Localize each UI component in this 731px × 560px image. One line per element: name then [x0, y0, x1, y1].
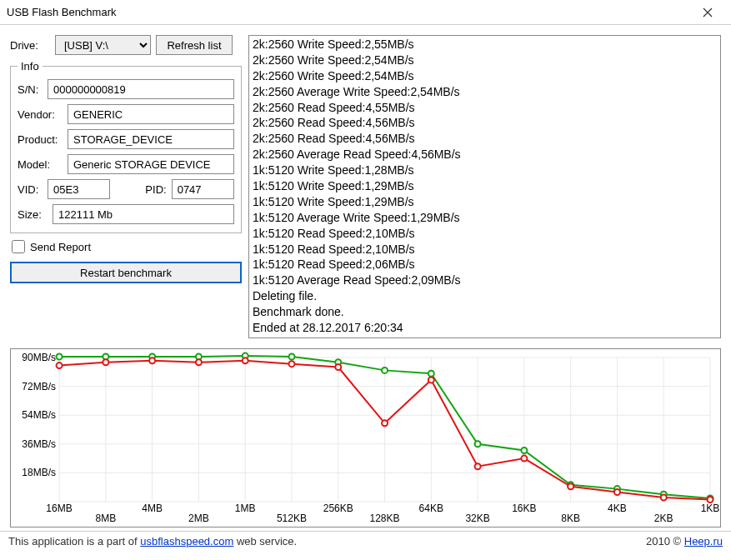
svg-point-48	[382, 368, 388, 373]
svg-text:36MB/s: 36MB/s	[22, 438, 56, 450]
svg-point-68	[614, 489, 620, 495]
main-panel: Drive: [USB] V:\ Refresh list Info S/N: …	[0, 25, 731, 343]
svg-point-69	[661, 495, 667, 501]
svg-point-50	[475, 441, 481, 447]
svg-point-66	[521, 456, 527, 462]
titlebar: USB Flash Benchmark	[0, 0, 731, 25]
product-label: Product:	[18, 133, 63, 146]
svg-point-65	[475, 463, 481, 469]
size-field[interactable]	[53, 204, 234, 224]
footer-year: 2010 ©	[646, 535, 684, 548]
svg-point-62	[335, 364, 341, 370]
vid-label: VID:	[18, 183, 43, 196]
vid-field[interactable]	[48, 179, 110, 199]
model-field[interactable]	[68, 154, 234, 174]
window-title: USB Flash Benchmark	[7, 6, 691, 18]
vendor-label: Vendor:	[18, 108, 63, 121]
drive-label: Drive:	[10, 39, 50, 52]
svg-text:2MB: 2MB	[188, 512, 209, 524]
svg-point-41	[57, 354, 63, 360]
log-text[interactable]: 2k:2560 Write Speed:2,55MB/s 2k:2560 Wri…	[249, 36, 720, 338]
log-panel: 2k:2560 Write Speed:2,55MB/s 2k:2560 Wri…	[248, 35, 721, 338]
close-button[interactable]	[691, 0, 724, 25]
svg-text:4MB: 4MB	[142, 502, 163, 514]
sn-field[interactable]	[48, 79, 234, 99]
svg-point-61	[288, 361, 294, 367]
restart-button[interactable]: Restart benchmark	[10, 262, 242, 283]
svg-text:1KB: 1KB	[701, 502, 720, 514]
send-report-checkbox[interactable]	[12, 240, 25, 253]
svg-text:54MB/s: 54MB/s	[22, 409, 56, 421]
svg-point-46	[288, 354, 294, 360]
sn-label: S/N:	[18, 83, 43, 96]
svg-text:8KB: 8KB	[561, 512, 580, 524]
svg-text:256KB: 256KB	[323, 502, 353, 514]
svg-point-70	[707, 497, 713, 502]
svg-text:4KB: 4KB	[608, 502, 627, 514]
pid-field[interactable]	[172, 179, 234, 199]
model-label: Model:	[18, 158, 63, 171]
pid-label: PID:	[115, 183, 166, 196]
svg-point-63	[382, 420, 388, 426]
footer-text-prefix: This application is a part of	[8, 535, 140, 548]
svg-point-64	[428, 377, 434, 382]
svg-text:1MB: 1MB	[235, 502, 256, 514]
size-label: Size:	[18, 208, 48, 221]
svg-point-60	[243, 358, 248, 363]
refresh-button[interactable]: Refresh list	[156, 35, 233, 55]
product-field[interactable]	[68, 129, 234, 149]
info-legend: Info	[18, 60, 43, 72]
svg-point-58	[149, 358, 155, 363]
svg-point-49	[428, 371, 434, 377]
drive-select[interactable]: [USB] V:\	[55, 35, 151, 55]
svg-point-56	[57, 362, 63, 368]
svg-text:2KB: 2KB	[654, 512, 673, 524]
svg-point-67	[568, 483, 573, 489]
svg-point-57	[103, 359, 108, 365]
svg-point-51	[521, 448, 527, 453]
svg-text:32KB: 32KB	[465, 512, 489, 524]
svg-text:72MB/s: 72MB/s	[22, 381, 56, 392]
svg-text:8MB: 8MB	[95, 512, 116, 524]
info-group: Info S/N: Vendor: Product: Model: VID: P…	[10, 60, 242, 233]
svg-point-59	[196, 359, 202, 365]
send-report-label: Send Report	[30, 241, 91, 253]
svg-text:64KB: 64KB	[419, 502, 443, 514]
footer-link-author[interactable]: Heep.ru	[684, 535, 723, 548]
svg-text:512KB: 512KB	[277, 512, 307, 524]
svg-text:128KB: 128KB	[370, 512, 400, 524]
chart: 18MB/s36MB/s54MB/s72MB/s90MB/s16MB8MB4MB…	[10, 348, 721, 528]
vendor-field[interactable]	[68, 104, 234, 124]
footer-link-site[interactable]: usbflashspeed.com	[140, 535, 233, 548]
svg-text:90MB/s: 90MB/s	[22, 352, 56, 363]
footer: This application is a part of usbflashsp…	[0, 531, 731, 551]
footer-text-suffix: web service.	[233, 535, 297, 548]
left-panel: Drive: [USB] V:\ Refresh list Info S/N: …	[10, 35, 242, 338]
svg-text:18MB/s: 18MB/s	[22, 467, 56, 478]
svg-text:16MB: 16MB	[46, 502, 72, 514]
svg-text:16KB: 16KB	[512, 502, 536, 514]
